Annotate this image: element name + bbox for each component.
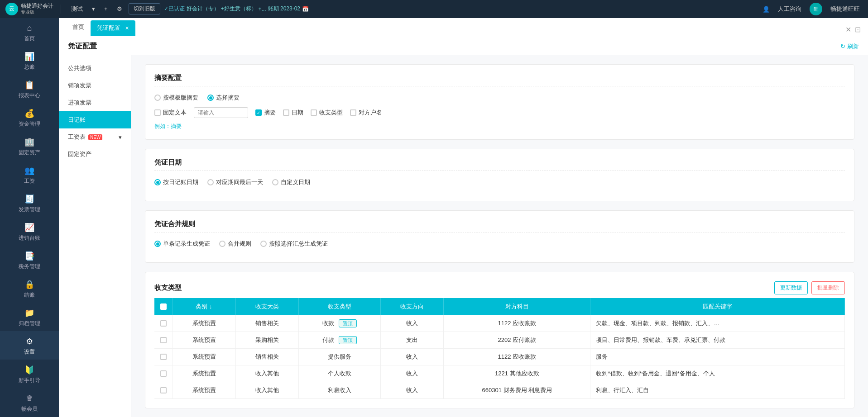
row-checkbox-3[interactable] [160, 370, 167, 377]
top-tag-0[interactable]: 置顶 [339, 319, 357, 327]
tab-bar: 首页 凭证配置 ✕ ✕ ⊡ [59, 18, 868, 36]
table-row: 系统预置 销售相关 收款 置顶 收入 1122 应收账款 欠款、现金、项目款、到… [154, 315, 845, 332]
sidebar-label-home: 首页 [24, 35, 35, 43]
td-check-0[interactable] [154, 315, 173, 332]
expense-title: 收支类型 [154, 284, 182, 292]
test-label[interactable]: 测试 [68, 5, 86, 13]
calendar-icon[interactable]: 📅 [302, 6, 309, 12]
window-maximize-btn[interactable]: ⊡ [855, 25, 861, 34]
date-box [283, 109, 289, 116]
refresh-button[interactable]: ↻ 刷新 [840, 43, 859, 51]
td-account-0: 1122 应收账款 [444, 315, 590, 332]
tab-home[interactable]: 首页 [66, 19, 91, 36]
fixed-text-label: 固定文本 [163, 109, 187, 117]
td-category-2: 系统预置 [173, 349, 235, 365]
summary-box: ✓ [255, 109, 262, 116]
sidebar-item-member[interactable]: ♛ 畅会员 [0, 388, 59, 417]
tab-close-icon[interactable]: ✕ [125, 25, 129, 31]
sidebar-item-invoice[interactable]: 🧾 发票管理 [0, 189, 59, 217]
app-title: 畅捷通好会计 [21, 3, 53, 9]
table-row: 系统预置 销售相关 提供服务 收入 1122 应收账款 服务 [154, 349, 845, 365]
td-check-4[interactable] [154, 382, 173, 399]
sidebar-label-archive: 归档管理 [19, 320, 40, 327]
td-check-3[interactable] [154, 365, 173, 382]
radio-custom-date[interactable]: 自定义日期 [272, 178, 310, 186]
radio-single-record[interactable]: 单条记录生成凭证 [154, 240, 210, 248]
left-nav-purchase-invoice-label: 进项发票 [68, 99, 91, 107]
switch-version-btn[interactable]: 切到旧版 [129, 3, 160, 14]
td-direction-0: 收入 [381, 315, 444, 332]
sidebar: ⌂ 首页 📊 总账 📋 报表中心 💰 资金管理 🏢 固定资产 👥 工资 [0, 18, 59, 417]
row-checkbox-4[interactable] [160, 387, 167, 393]
th-direction: 收支方向 [381, 298, 444, 315]
date-label: 日期 [292, 109, 303, 117]
td-keywords-1: 项目、日常费用、报销款、车费、承兑汇票、付款 [590, 332, 845, 349]
date-title: 凭证日期 [154, 158, 845, 171]
top-bar-left: 云 畅捷通好会计 专业版 测试 ▾ + ⚙ 切到旧版 ✓已认证 好会计（专） +… [5, 3, 309, 15]
settings-icon[interactable]: ⚙ [114, 5, 125, 12]
checkbox-fixed-text[interactable]: 固定文本 [154, 109, 187, 117]
left-nav-sales-invoice[interactable]: 销项发票 [59, 77, 131, 94]
left-nav: 公共选项 销项发票 进项发票 日记账 工资表 NEW ▾ [59, 55, 131, 417]
sidebar-item-tax[interactable]: 📑 税务管理 [0, 246, 59, 274]
left-nav-fixed-assets[interactable]: 固定资产 [59, 146, 131, 163]
checkbox-counterparty[interactable]: 对方户名 [350, 109, 382, 117]
sidebar-item-assets[interactable]: 🏢 固定资产 [0, 132, 59, 160]
settings-sidebar-icon: ⚙ [26, 336, 33, 346]
sidebar-item-home[interactable]: ⌂ 首页 [0, 18, 59, 46]
radio-select[interactable]: 选择摘要 [207, 94, 240, 102]
top-tag-1[interactable]: 置顶 [339, 336, 357, 344]
sidebar-item-funds[interactable]: 💰 资金管理 [0, 103, 59, 132]
fixed-text-input[interactable] [194, 107, 248, 118]
sidebar-label-invoice: 发票管理 [19, 206, 40, 213]
sidebar-item-ledger[interactable]: 📊 总账 [0, 46, 59, 75]
merge-section: 凭证合并规则 单条记录生成凭证 合并规则 [145, 210, 854, 263]
radio-template[interactable]: 按模板版摘要 [154, 94, 198, 102]
sidebar-item-close[interactable]: 🔒 结账 [0, 274, 59, 303]
sidebar-label-settings: 设置 [24, 348, 35, 356]
new-badge: NEW [88, 134, 102, 140]
checkbox-expense-type[interactable]: 收支类型 [311, 109, 343, 117]
user-name[interactable]: 畅捷通旺旺 [828, 5, 863, 13]
tab-voucher-config[interactable]: 凭证配置 ✕ [91, 20, 135, 36]
th-checkbox[interactable]: ✓ [154, 298, 173, 315]
checkbox-date[interactable]: 日期 [283, 109, 303, 117]
td-bigtype-1: 采购相关 [235, 332, 298, 349]
invoice-icon: 🧾 [24, 194, 34, 204]
td-keywords-4: 利息、行汇入、汇自 [590, 382, 845, 399]
td-check-2[interactable] [154, 349, 173, 365]
radio-period-last-day-circle [207, 179, 214, 185]
row-checkbox-0[interactable] [160, 320, 167, 327]
expense-table: ✓ 类别 ↓ 收支大类 收支类型 收支方向 对方科目 匹配关键字 [154, 298, 845, 399]
td-bigtype-4: 收入其他 [235, 382, 298, 399]
sidebar-item-guide[interactable]: 🔰 新手引导 [0, 360, 59, 388]
sidebar-item-reports[interactable]: 📋 报表中心 [0, 75, 59, 103]
consult-label[interactable]: 人工咨询 [775, 5, 804, 13]
logo-icon: 云 [5, 3, 18, 15]
sidebar-item-salary[interactable]: 👥 工资 [0, 160, 59, 189]
left-nav-purchase-invoice[interactable]: 进项发票 [59, 94, 131, 111]
type-label-0: 收款 [322, 320, 334, 327]
left-nav-journal[interactable]: 日记账 [59, 111, 131, 128]
td-category-1: 系统预置 [173, 332, 235, 349]
batch-delete-btn[interactable]: 批量删除 [811, 281, 845, 294]
sidebar-item-trade[interactable]: 📈 进销台账 [0, 217, 59, 246]
left-nav-payroll[interactable]: 工资表 NEW ▾ [59, 128, 131, 146]
update-data-btn[interactable]: 更新数据 [774, 281, 808, 294]
sidebar-item-archive[interactable]: 📁 归档管理 [0, 303, 59, 331]
checkbox-summary[interactable]: ✓ 摘要 [255, 109, 276, 117]
radio-summary-generate[interactable]: 按照选择汇总生成凭证 [260, 240, 328, 248]
dropdown-icon[interactable]: ▾ [89, 5, 98, 12]
row-checkbox-1[interactable] [160, 337, 167, 343]
radio-period-last-day[interactable]: 对应期间最后一天 [207, 178, 263, 186]
radio-merge-rule[interactable]: 合并规则 [219, 240, 251, 248]
add-icon[interactable]: + [101, 5, 110, 12]
td-check-1[interactable] [154, 332, 173, 349]
sidebar-item-settings[interactable]: ⚙ 设置 [0, 331, 59, 360]
td-keywords-0: 欠款、现金、项目款、到款、报销款、汇入、… [590, 315, 845, 332]
radio-journal-date[interactable]: 按日记账日期 [154, 178, 198, 186]
left-nav-public[interactable]: 公共选项 [59, 60, 131, 77]
row-checkbox-2[interactable] [160, 354, 167, 360]
window-minimize-btn[interactable]: ✕ [845, 25, 851, 34]
app-container: 云 畅捷通好会计 专业版 测试 ▾ + ⚙ 切到旧版 ✓已认证 好会计（专） +… [0, 0, 868, 417]
